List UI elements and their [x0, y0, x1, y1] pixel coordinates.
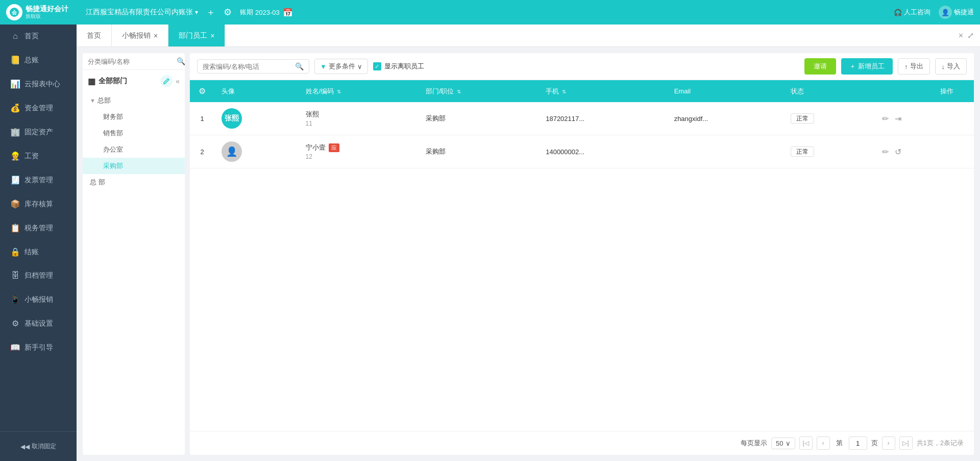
tab-expense-label: 小畅报销	[122, 31, 151, 40]
export-icon: ↑	[904, 63, 908, 70]
closing-icon: 🔒	[10, 247, 20, 257]
page-size-select[interactable]: 50 ∨	[771, 438, 795, 449]
dept-node-office[interactable]: 办公室	[83, 141, 185, 158]
sidebar-label-payroll: 工资	[24, 152, 39, 161]
tab-expense-close[interactable]: ×	[154, 32, 158, 39]
page-last-btn[interactable]: ▷|	[899, 436, 913, 450]
logout-icon[interactable]: ⇥	[895, 114, 901, 124]
sidebar-item-funds[interactable]: 💰 资金管理	[0, 96, 77, 120]
add-icon[interactable]: ＋	[206, 6, 215, 18]
dept-node-finance[interactable]: 财务部	[83, 109, 185, 125]
unfix-arrow-icon: ◀◀	[20, 443, 30, 450]
add-employee-btn[interactable]: ＋ 新增员工	[841, 58, 893, 75]
tab-employee[interactable]: 部门员工 ×	[168, 25, 225, 46]
sidebar-label-tax: 税务管理	[24, 224, 53, 233]
sidebar-item-inventory[interactable]: 📦 库存核算	[0, 192, 77, 216]
col-name[interactable]: 姓名/编码 ⇅	[299, 80, 419, 102]
dept-collapse-btn[interactable]: «	[176, 77, 180, 85]
filter-btn[interactable]: ▼ 更多条件 ∨	[314, 59, 368, 74]
dept-panel: 🔍 ▦ 全部部门 «	[83, 53, 185, 455]
service-label: 人工咨询	[904, 8, 930, 17]
page-first-btn[interactable]: |◁	[799, 436, 813, 450]
dept-office-label: 办公室	[103, 145, 123, 154]
dept-node-purchase[interactable]: 采购部	[83, 158, 185, 174]
sidebar-item-reports[interactable]: 📊 云报表中心	[0, 72, 77, 96]
sidebar-bottom: ◀◀ 取消固定	[0, 431, 77, 461]
dept-node-zongbu[interactable]: ▼ 总部	[83, 92, 185, 109]
tab-home[interactable]: 首页	[77, 25, 112, 46]
sidebar-item-expense[interactable]: 📱 小畅报销	[0, 287, 77, 311]
cell-index: 1	[190, 102, 214, 135]
dept-search-input[interactable]	[88, 58, 174, 65]
employee-search-icon[interactable]: 🔍	[295, 62, 304, 70]
sidebar-item-settings[interactable]: ⚙ 基础设置	[0, 311, 77, 335]
show-resigned-label[interactable]: ✓ 显示离职员工	[373, 62, 424, 71]
cell-action: ✏ ⇥	[875, 102, 974, 135]
edit-icon[interactable]: ✏	[882, 147, 889, 157]
table-row: 1张熙张熙11采购部187202117...zhangxidf...正常 ✏ ⇥	[190, 102, 974, 135]
all-dept-label: 全部部门	[99, 77, 127, 86]
settings-icon[interactable]: ⚙	[224, 7, 232, 18]
logo-sub: 旗舰版	[26, 13, 68, 20]
page-prev-btn[interactable]: ‹	[817, 436, 830, 450]
home-icon: ⌂	[10, 32, 20, 41]
tab-bar: 首页 小畅报销 × 部门员工 × × ⤢	[77, 25, 980, 47]
col-dept[interactable]: 部门/职位 ⇅	[419, 80, 538, 102]
sidebar-item-assets[interactable]: 🏢 固定资产	[0, 120, 77, 144]
sidebar-item-tax[interactable]: 📋 税务管理	[0, 216, 77, 240]
dept-general-label: 总 部	[90, 178, 105, 187]
tab-expense[interactable]: 小畅报销 ×	[112, 25, 168, 46]
dropdown-icon[interactable]: ▾	[195, 9, 198, 16]
tab-close-btn[interactable]: ×	[959, 31, 963, 40]
dept-node-general[interactable]: 总 部	[83, 174, 185, 190]
sidebar-label-inventory: 库存核算	[24, 200, 53, 209]
dept-node-sales[interactable]: 销售部	[83, 125, 185, 141]
table-footer: 每页显示 50 ∨ |◁ ‹ 第 页 › ▷| 共1页，2条记录	[190, 431, 974, 455]
service-btn[interactable]: 🎧 人工咨询	[894, 8, 930, 17]
sidebar-item-ledger[interactable]: 📒 总账	[0, 48, 77, 72]
sidebar-item-guide[interactable]: 📖 新手引导	[0, 335, 77, 359]
all-dept-btn[interactable]: ▦ 全部部门	[88, 77, 127, 86]
import-btn[interactable]: ↓ 导入	[935, 58, 967, 75]
export-btn[interactable]: ↑ 导出	[898, 58, 930, 75]
logo-text-group: 畅捷通好会计 旗舰版	[26, 5, 68, 20]
sidebar-label-home: 首页	[24, 32, 39, 41]
sidebar-label-archive: 归档管理	[24, 271, 53, 280]
col-phone[interactable]: 手机 ⇅	[538, 80, 667, 102]
sidebar-label-guide: 新手引导	[24, 343, 53, 352]
sidebar-item-archive[interactable]: 🗄 归档管理	[0, 264, 77, 287]
cell-name: 宁小壹应12	[299, 135, 419, 168]
tab-employee-close[interactable]: ×	[210, 32, 214, 39]
import-icon: ↓	[942, 63, 945, 70]
employee-search-box: 🔍	[197, 59, 309, 74]
sidebar-item-closing[interactable]: 🔒 结账	[0, 240, 77, 264]
sidebar-item-invoice[interactable]: 🧾 发票管理	[0, 168, 77, 192]
col-dept-sort-icon: ⇅	[457, 89, 461, 94]
user-btn[interactable]: 👤 畅捷通	[939, 6, 974, 19]
page-content: 🔍 ▦ 全部部门 «	[77, 47, 980, 461]
page-next-btn[interactable]: ›	[882, 436, 895, 450]
period-value: 2023-03	[255, 9, 280, 16]
dept-edit-btn[interactable]	[160, 75, 173, 87]
show-resigned-checkbox[interactable]: ✓	[373, 62, 381, 70]
dept-tree: ▼ 总部 财务部 销售部 办公室 采购部	[83, 90, 185, 455]
show-resigned-text: 显示离职员工	[384, 62, 424, 71]
page-input[interactable]	[849, 436, 867, 450]
tab-expand-btn[interactable]: ⤢	[967, 31, 974, 40]
main-layout: ⌂ 首页 📒 总账 📊 云报表中心 💰 资金管理 🏢 固定资产 👷 工资 🧾 发…	[0, 25, 980, 461]
page-size-value: 50	[776, 440, 783, 447]
cell-index: 2	[190, 135, 214, 168]
sidebar-item-payroll[interactable]: 👷 工资	[0, 144, 77, 168]
logout-icon[interactable]: ↺	[895, 147, 901, 157]
invite-btn[interactable]: 邀请	[804, 58, 836, 75]
logo-title: 畅捷通好会计	[26, 5, 68, 13]
employee-search-input[interactable]	[203, 63, 292, 70]
unfix-btn[interactable]: ◀◀ 取消固定	[0, 438, 77, 455]
gear-icon[interactable]: ⚙	[199, 87, 206, 95]
col-dept-label: 部门/职位	[426, 87, 454, 95]
settings-sidebar-icon: ⚙	[10, 319, 20, 328]
calendar-icon[interactable]: 📅	[283, 8, 293, 17]
edit-icon[interactable]: ✏	[882, 114, 889, 124]
dept-search-icon[interactable]: 🔍	[177, 57, 185, 65]
sidebar-item-home[interactable]: ⌂ 首页	[0, 25, 77, 48]
